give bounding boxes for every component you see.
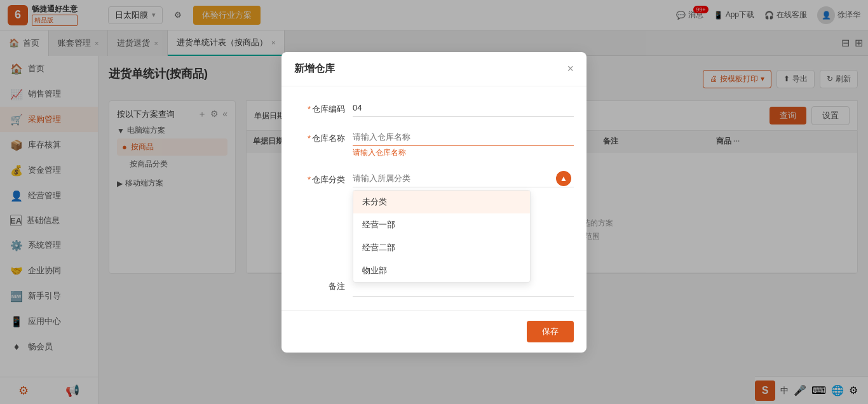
name-label: *仓库名称 [294, 128, 345, 144]
dropdown-option-dept3[interactable]: 物业部 [353, 259, 530, 282]
modal-body: *仓库编码 *仓库名称 请输入仓库名称 *仓库分类 [281, 86, 587, 299]
category-dropdown-list: 未分类 经营一部 经营二部 物业部 [353, 190, 531, 283]
code-control [353, 99, 574, 117]
form-row-name: *仓库名称 请输入仓库名称 [294, 128, 574, 158]
category-input[interactable] [353, 170, 574, 187]
category-control: ▲ 未分类 经营一部 经营二部 物业部 [353, 170, 574, 187]
name-error-msg: 请输入仓库名称 [353, 147, 574, 158]
name-input[interactable] [353, 128, 574, 146]
modal-footer: 保存 [281, 310, 587, 353]
add-warehouse-modal: 新增仓库 × *仓库编码 *仓库名称 请输入仓库名称 [281, 52, 587, 353]
save-button[interactable]: 保存 [527, 321, 574, 342]
code-label: *仓库编码 [294, 99, 345, 115]
modal-title: 新增仓库 [294, 62, 335, 76]
modal-header: 新增仓库 × [281, 52, 587, 86]
dropdown-option-unclassified[interactable]: 未分类 [353, 191, 530, 213]
form-row-category: *仓库分类 ▲ 未分类 经营一部 经营二部 物业部 [294, 170, 574, 187]
dropdown-option-dept1[interactable]: 经营一部 [353, 213, 530, 236]
modal-overlay: 新增仓库 × *仓库编码 *仓库名称 请输入仓库名称 [0, 0, 868, 404]
name-control: 请输入仓库名称 [353, 128, 574, 158]
modal-close-icon[interactable]: × [567, 62, 574, 76]
dropdown-option-dept2[interactable]: 经营二部 [353, 236, 530, 259]
category-label: *仓库分类 [294, 170, 345, 185]
note-label: 备注 [294, 276, 345, 292]
code-input[interactable] [353, 99, 574, 117]
form-row-code: *仓库编码 [294, 99, 574, 117]
dropdown-toggle-icon[interactable]: ▲ [556, 171, 571, 186]
